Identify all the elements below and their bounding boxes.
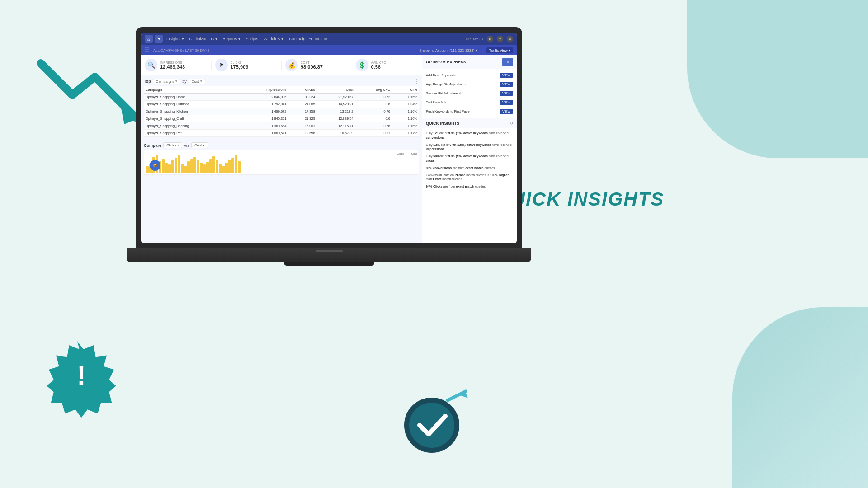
chart-bar [165, 163, 168, 173]
compare-label: Compare [144, 143, 161, 148]
view-button[interactable]: VIEW [500, 73, 513, 78]
help-icon[interactable]: ? [497, 36, 503, 42]
insights-refresh-icon[interactable]: ↻ [509, 121, 513, 126]
table-cell: Optmyzr_Shopping_Bedding [144, 122, 240, 130]
legend-cost-label: Cost [411, 152, 417, 155]
nav-insights[interactable]: Insights ▾ [166, 37, 184, 41]
bg-shape-top-right [687, 0, 868, 158]
chart-bar [181, 164, 184, 173]
chart-bar [206, 162, 209, 173]
table-cell: 21,329 [288, 115, 317, 122]
nav-reports[interactable]: Reports ▾ [223, 37, 241, 41]
express-item-label: Test New Ads [426, 100, 500, 104]
cost-info: COST 98,006.87 [301, 61, 323, 70]
table-cell: 0.76 [355, 108, 392, 115]
table-cell: 1,080,571 [240, 130, 288, 137]
legend-clicks-label: Clicks [397, 152, 404, 155]
table-cell: 16,001 [288, 122, 317, 130]
chart-bar [175, 158, 177, 173]
compare-filter2[interactable]: Cost [191, 142, 208, 148]
table-cell: 38,324 [288, 94, 317, 101]
insight-text: 89% conversions are from exact match que… [426, 166, 513, 170]
impressions-value: 12,469,343 [160, 64, 185, 70]
svg-text:!: ! [77, 360, 86, 390]
exclamation-badge-icon: ! [41, 337, 122, 420]
clicks-info: CLICKS 175,909 [231, 61, 249, 70]
cost-value: 98,006.87 [301, 64, 323, 70]
express-item-label: Gender Bid Adjustment [426, 91, 500, 95]
chart-bar [209, 159, 212, 173]
legend-clicks: Clicks [393, 152, 404, 155]
nav-workflow[interactable]: Workflow ▾ [264, 37, 283, 41]
svg-point-3 [409, 403, 454, 448]
chart-bar [178, 155, 180, 173]
insight-text: Only 580 out of 9.9K (5%) active keyword… [426, 154, 513, 163]
table-row: Optmyzr_Shopping_Outdoor1,792,04124,0851… [144, 101, 419, 108]
table-cell: Optmyzr_Shopping_Home [144, 94, 240, 101]
settings-icon[interactable]: ⚙ [507, 36, 513, 42]
insights-section-title: QUICK INSIGHTS [426, 121, 459, 126]
campaigns-dropdown[interactable]: Campaigns [153, 79, 180, 84]
more-options-icon[interactable]: ⋮ [414, 78, 419, 84]
cost-dropdown[interactable]: Cost [189, 79, 205, 84]
compare-filter1[interactable]: Clicks [163, 142, 182, 148]
sub-nav-bar: ☰ ALL CAMPAIGNS / LAST 30 DAYS Shopping … [141, 45, 517, 55]
flag-circle-icon[interactable]: 🏳 [487, 36, 493, 42]
table-cell: 0.6 [355, 101, 392, 108]
avg-cpc-icon: 💲 [356, 59, 368, 71]
down-arrow-icon [36, 54, 140, 128]
express-icon: 🖥 [502, 58, 513, 66]
table-row: Optmyzr_Shopping_Home2,644,98538,32421,9… [144, 94, 419, 101]
table-cell: Optmyzr_Shopping_Craft [144, 115, 240, 122]
chart-area: Clicks Cost 📦 [144, 150, 419, 175]
express-item-label: Push Keywords to First Page [426, 109, 500, 113]
stat-cost: 💰 COST 98,006.87 [285, 59, 348, 71]
view-button[interactable]: VIEW [500, 109, 513, 114]
chart-bar [146, 166, 149, 173]
view-button[interactable]: VIEW [500, 91, 513, 96]
col-avg-cpc: Avg CPC [355, 86, 392, 94]
flag-icon[interactable]: ⚑ [155, 35, 163, 43]
table-cell: 21,923.67 [317, 94, 355, 101]
chart-bar [190, 159, 193, 173]
nav-right: OPTMYZR 🏳 ? ⚙ [466, 36, 513, 42]
clicks-label: CLICKS [231, 61, 249, 64]
checkmark-circle-icon [398, 387, 470, 461]
clicks-icon: 🖱 [215, 59, 228, 71]
hamburger-icon[interactable]: ☰ [145, 47, 150, 53]
account-selector[interactable]: Shopping Account (111-222-3333) ▾ [419, 48, 477, 52]
table-cell: Optmyzr_Shopping_Pet [144, 130, 240, 137]
vs-label: v/s [184, 143, 189, 148]
insight-text: 94% Clicks are from exact match queries. [426, 184, 513, 189]
impressions-label: IMPRESSIONS [160, 61, 185, 64]
main-content: 🔍 IMPRESSIONS 12,469,343 🖱 CLICKS 17 [141, 55, 517, 243]
chart-bar [162, 159, 165, 173]
stat-divider-2 [281, 61, 282, 70]
nav-campaign-automator[interactable]: Campaign Automator [289, 37, 327, 41]
chart-bar [219, 164, 222, 173]
table-cell: Optmyzr_Shopping_Kitchen [144, 108, 240, 115]
data-table: Campaign Impressions Clicks Cost Avg CPC… [144, 86, 419, 137]
nav-optimizations[interactable]: Optimizations ▾ [189, 37, 217, 41]
table-cell: Optmyzr_Shopping_Outdoor [144, 101, 240, 108]
laptop-screen: ⌂ ⚑ Insights ▾ Optimizations ▾ Reports ▾… [141, 33, 517, 243]
table-header: Campaign Impressions Clicks Cost Avg CPC… [144, 86, 419, 94]
home-icon[interactable]: ⌂ [145, 35, 153, 43]
compare-header: Compare Clicks v/s Cost [144, 142, 419, 148]
table-cell: 12,889.54 [317, 115, 355, 122]
col-ctr: CTR [392, 86, 419, 94]
express-item: Add New KeywordsVIEW [422, 71, 517, 80]
laptop-bezel: ⌂ ⚑ Insights ▾ Optimizations ▾ Reports ▾… [136, 27, 522, 249]
chart-bar [238, 161, 241, 173]
nav-scripts[interactable]: Scripts [246, 37, 259, 41]
table-cell: 0.6 [355, 115, 392, 122]
nav-home-icons: ⌂ ⚑ [145, 35, 163, 43]
nav-bar: ⌂ ⚑ Insights ▾ Optimizations ▾ Reports ▾… [141, 33, 517, 45]
table-cell: 1,792,041 [240, 101, 288, 108]
view-button[interactable]: VIEW [500, 82, 513, 87]
view-button[interactable]: VIEW [500, 100, 513, 105]
table-cell: 10,572.9 [317, 130, 355, 137]
traffic-view-selector[interactable]: Traffic View ▾ [486, 47, 513, 53]
bg-shape-bottom-right [732, 307, 868, 488]
chart-bar [216, 160, 218, 173]
